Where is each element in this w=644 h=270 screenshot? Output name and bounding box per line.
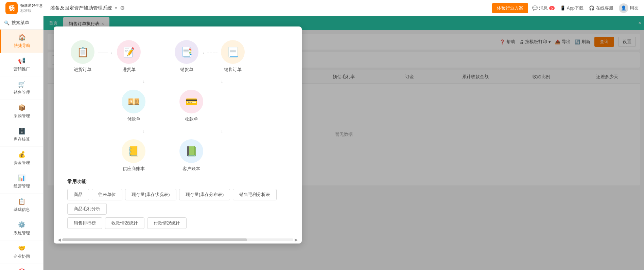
user-avatar: 👤	[619, 3, 628, 13]
common-btn-sales-profit[interactable]: 销售毛利分析表	[233, 189, 277, 200]
operations-icon: 📊	[18, 174, 25, 182]
logo-icon: 畅	[5, 2, 18, 14]
sidebar-search[interactable]: 🔍 搜索菜单	[0, 16, 43, 30]
sidebar-item-marketing[interactable]: 📢 营销推广	[0, 53, 43, 76]
common-btn-payment-stats[interactable]: 付款情况统计	[147, 217, 187, 229]
sidebar-item-purchase[interactable]: 📦 采购管理	[0, 100, 43, 123]
customer-ledger-circle: 📗	[179, 139, 203, 163]
receipt-bill-icon: 💳	[186, 96, 197, 107]
common-btn-product[interactable]: 商品	[67, 189, 89, 200]
common-btn-inventory-status[interactable]: 现存量(库存状况表)	[125, 189, 176, 200]
sidebar-item-basic-info[interactable]: 📋 基础信息	[0, 194, 43, 217]
arrow-down-purchase-bill: ↓	[118, 79, 169, 84]
content-area: 首页 销售订单执行表 × × ❓ 帮助	[43, 16, 644, 270]
logo-text: 畅康通好生意 标准版	[20, 3, 43, 13]
system-dropdown-icon[interactable]: ▾	[115, 5, 117, 11]
settings-icon[interactable]: ⚙	[120, 5, 125, 11]
app-container: 畅 畅康通好生意 标准版 装备及固定资产辅助管理系统 ▾ ⚙ 体验行业方案 💬 …	[0, 0, 644, 270]
flow-node-purchase-order[interactable]: 📋 进货订单	[67, 37, 98, 76]
arrow-down-receipt: ↓	[196, 128, 247, 133]
flow-diagram: 📋 进货订单 →	[67, 37, 288, 175]
message-icon: 💬	[532, 5, 538, 11]
arrow-sales-order-to-bill: ←	[202, 50, 217, 63]
main-area: 🔍 搜索菜单 🏠 快捷导航 📢 营销推广 🛒 销售管理 📦 采购管理 🗄️	[0, 16, 644, 270]
sidebar-item-quick-nav[interactable]: 🏠 快捷导航	[0, 30, 43, 53]
message-item[interactable]: 💬 消息 5	[532, 5, 555, 11]
sales-order-label: 销售订单	[224, 67, 242, 73]
supplier-ledger-icon: 📒	[128, 146, 140, 157]
flow-node-receipt-bill[interactable]: 💳 收款单	[176, 86, 207, 126]
flow-row-arrows: ↓ ↓	[67, 76, 288, 86]
system-icon: ⚙️	[18, 221, 25, 229]
purchase-order-label: 进货订单	[74, 67, 91, 73]
top-right-area: 💬 消息 5 📱 App下载 🎧 在线客服 👤 用友	[532, 3, 639, 13]
flow-row-1: 📋 进货订单 →	[67, 37, 288, 76]
common-btn-product-profit[interactable]: 商品毛利分析	[67, 203, 107, 215]
sidebar-item-enterprise[interactable]: 🤝 企业协同	[0, 240, 43, 264]
purchase-bill-label: 进货单	[122, 67, 136, 73]
basic-info-icon: 📋	[18, 198, 25, 205]
customer-ledger-icon: 📗	[186, 146, 197, 157]
phone-icon: 📱	[560, 5, 565, 11]
flow-node-payment-bill[interactable]: 💴 付款单	[118, 86, 149, 126]
search-icon: 🔍	[4, 20, 10, 25]
payment-bill-circle: 💴	[122, 90, 145, 113]
finance-icon: 💰	[18, 151, 25, 158]
sales-bill-icon: 📑	[181, 47, 193, 58]
purchase-order-icon: 📋	[77, 47, 89, 58]
customer-ledger-label: 客户账本	[182, 166, 200, 172]
purchase-order-circle: 📋	[71, 40, 94, 64]
common-btn-inventory-dist[interactable]: 现存量(库存分布表)	[179, 189, 230, 200]
sales-order-icon: 📃	[227, 47, 239, 58]
sidebar-item-sales[interactable]: 🛒 销售管理	[0, 76, 43, 100]
supplier-ledger-label: 供应商账本	[123, 166, 145, 172]
sidebar-item-guide[interactable]: 🎯 新手引导	[0, 264, 43, 270]
guide-icon: 🎯	[18, 268, 25, 270]
payment-bill-label: 付款单	[127, 116, 140, 122]
logo-area: 畅 畅康通好生意 标准版	[5, 2, 46, 14]
arrow-down-payment: ↓	[118, 128, 169, 133]
flow-row-3: 📒 供应商账本 📗 客户账本	[67, 136, 288, 175]
scroll-right-icon[interactable]: ▶	[295, 237, 298, 242]
common-functions-section: 常用功能 商品 往来单位 现存量(库存状况表) 现存量(库存分布表) 销售毛利分…	[67, 179, 288, 229]
sidebar-item-system[interactable]: ⚙️ 系统管理	[0, 217, 43, 240]
common-btn-partners[interactable]: 往来单位	[92, 189, 122, 200]
scroll-left-icon[interactable]: ◀	[58, 237, 61, 242]
top-bar: 畅 畅康通好生意 标准版 装备及固定资产辅助管理系统 ▾ ⚙ 体验行业方案 💬 …	[0, 0, 644, 16]
sidebar-item-inventory[interactable]: 🗄️ 库存核算	[0, 123, 43, 147]
common-btn-receipt-stats[interactable]: 收款情况统计	[105, 217, 144, 229]
purchase-icon: 📦	[18, 104, 25, 111]
sidebar-item-finance[interactable]: 💰 资金管理	[0, 147, 43, 170]
flow-node-sales-bill[interactable]: 📑 销货单	[171, 37, 202, 76]
inventory-icon: 🗄️	[18, 127, 25, 135]
marketing-icon: 📢	[18, 57, 25, 65]
common-btn-sales-ranking[interactable]: 销售排行榜	[67, 217, 102, 229]
home-icon: 🏠	[18, 34, 26, 41]
modal-inner: 📋 进货订单 →	[54, 26, 302, 236]
scrollbar-thumb[interactable]	[62, 238, 247, 241]
trial-button[interactable]: 体验行业方案	[492, 3, 528, 13]
message-badge: 5	[549, 6, 555, 10]
flow-node-purchase-bill[interactable]: 📝 进货单	[114, 37, 144, 76]
modal-scrollbar: ◀ ▶	[54, 236, 302, 244]
app-download-item[interactable]: 📱 App下载	[560, 5, 584, 11]
flow-row-2: 💴 付款单 💳 收款单	[67, 86, 288, 126]
online-service-item[interactable]: 🎧 在线客服	[589, 5, 613, 11]
enterprise-icon: 🤝	[18, 245, 25, 252]
modal-dialog: 📋 进货订单 →	[54, 26, 302, 244]
flow-node-supplier-ledger[interactable]: 📒 供应商账本	[118, 136, 149, 175]
sidebar-item-operations[interactable]: 📊 经营管理	[0, 170, 43, 194]
headset-icon: 🎧	[589, 5, 594, 11]
scrollbar-track[interactable]	[62, 238, 293, 241]
flow-node-customer-ledger[interactable]: 📗 客户账本	[176, 136, 207, 175]
user-item[interactable]: 👤 用友	[619, 3, 639, 13]
receipt-bill-label: 收款单	[185, 116, 198, 122]
sales-order-circle: 📃	[221, 40, 245, 64]
common-buttons-row-1: 商品 往来单位 现存量(库存状况表) 现存量(库存分布表) 销售毛利分析表 商品…	[67, 189, 288, 215]
modal-overlay: 📋 进货订单 →	[43, 16, 644, 270]
receipt-bill-circle: 💳	[179, 90, 203, 113]
flow-node-sales-order[interactable]: 📃 销售订单	[217, 37, 248, 76]
sales-icon: 🛒	[18, 80, 25, 88]
common-functions-title: 常用功能	[67, 179, 288, 185]
common-buttons-row-2: 销售排行榜 收款情况统计 付款情况统计	[67, 217, 288, 229]
